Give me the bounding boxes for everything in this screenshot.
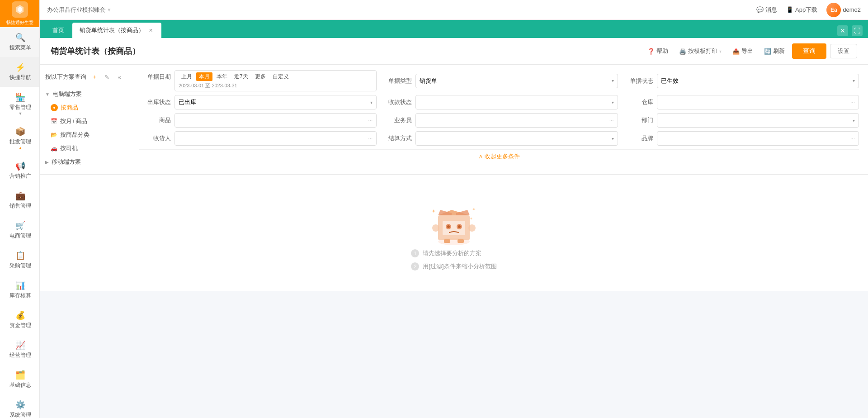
refresh-button[interactable]: 🔄 刷新 (760, 44, 788, 58)
svg-rect-7 (444, 239, 450, 243)
date-filter-input[interactable]: 上月 本月 本年 近7天 更多 自定义 2023-03-01 至 2023-03… (175, 70, 377, 91)
svg-rect-2 (443, 221, 465, 235)
print-icon: 🖨️ (679, 48, 686, 55)
sidebar-item-system[interactable]: ⚙️ 系统管理 (0, 394, 39, 418)
avatar: Ea (826, 3, 841, 17)
sidebar-item-wholesale[interactable]: 📦 批发管理 ▲ (0, 121, 39, 156)
sidebar-item-search[interactable]: 🔍 搜索菜单 (0, 27, 39, 57)
warehouse-input[interactable]: ··· (657, 95, 859, 109)
svg-point-6 (458, 225, 461, 228)
settings-button[interactable]: 设置 (830, 44, 857, 58)
date-tab-more[interactable]: 更多 (252, 72, 269, 81)
receiver-label: 收货人 (139, 134, 171, 142)
doctype-label: 单据类型 (380, 77, 412, 85)
brand-input[interactable]: ··· (657, 131, 859, 146)
receiver-input[interactable]: ··· (175, 131, 377, 146)
tree-pc-section[interactable]: ▼ 电脑端方案 (40, 87, 130, 101)
sidebar-item-ecommerce[interactable]: 🛒 电商管理 (0, 215, 39, 245)
date-tab-thisyear[interactable]: 本年 (214, 72, 230, 81)
sidebar-item-basics[interactable]: 🗂️ 基础信息 (0, 365, 39, 394)
doctype-value: 销货单 (420, 77, 611, 85)
tree-expand-arrow: ▼ (45, 92, 50, 97)
breadcrumb-text: 办公用品行业模拟账套 (47, 6, 106, 14)
tree-item-month-product[interactable]: 📅 按月+商品 (40, 114, 130, 128)
tree-dot-icon: ● (51, 104, 58, 111)
tip-1-text: 请先选择要分析的方案 (423, 247, 481, 260)
tree-item-by-product[interactable]: ● 按商品 (40, 101, 130, 114)
receiptstatus-input[interactable]: ▾ (415, 95, 618, 109)
refresh-icon: 🔄 (764, 48, 771, 55)
date-tab-lastmonth[interactable]: 上月 (179, 72, 195, 81)
date-tab-7days[interactable]: 近7天 (231, 72, 251, 81)
sidebar-item-inventory[interactable]: 📊 库存核算 (0, 275, 39, 305)
date-range: 2023-03-01 至 2023-03-31 (179, 82, 373, 89)
finance-icon: 💰 (15, 310, 25, 320)
empty-tip-1: 1 请先选择要分析的方案 (411, 247, 496, 260)
tree-item-driver[interactable]: 🚗 按司机 (40, 142, 130, 155)
tab-close-button[interactable]: ✕ (147, 27, 154, 34)
date-tab-custom[interactable]: 自定义 (270, 72, 292, 81)
svg-rect-8 (458, 239, 464, 243)
sidebar-item-retail[interactable]: 🏪 零售管理 ▼ (0, 87, 39, 121)
query-button[interactable]: 查询 (792, 43, 826, 59)
wholesale-expand-icon: ▲ (19, 146, 23, 150)
app-download-action[interactable]: 📱 App下载 (786, 6, 817, 14)
docstatus-label: 单据状态 (622, 77, 653, 85)
sidebar-item-sales[interactable]: 💼 销售管理 (0, 185, 39, 215)
wholesale-icon: 📦 (15, 127, 25, 137)
sidebar-item-quicknav[interactable]: ⚡ 快捷导航 (0, 57, 39, 87)
date-tab-thismonth[interactable]: 本月 (196, 72, 212, 81)
avatar-initials: Ea (830, 7, 837, 13)
docstatus-input[interactable]: 已生效 ▾ (657, 74, 859, 88)
tab-home[interactable]: 首页 (45, 23, 71, 38)
payment-input[interactable]: ▾ (415, 131, 618, 146)
brand-dots: ··· (850, 135, 855, 142)
sidebar-item-purchase[interactable]: 📋 采购管理 (0, 245, 39, 275)
user-action[interactable]: Ea demo2 (826, 3, 861, 17)
help-button[interactable]: ❓ 帮助 (644, 44, 672, 58)
filter-doctype-cell: 单据类型 销货单 ▾ (380, 70, 618, 91)
dept-input[interactable]: ▾ (657, 113, 859, 128)
collapse-panel-button[interactable]: « (114, 72, 124, 82)
docstatus-arrow: ▾ (853, 78, 855, 83)
goods-input[interactable]: ··· (175, 113, 377, 128)
tree-item-product-cat[interactable]: 📂 按商品分类 (40, 128, 130, 142)
edit-scheme-button[interactable]: ✎ (102, 72, 112, 82)
tree-mobile-arrow: ▶ (45, 160, 49, 165)
tab-sales-report[interactable]: 销货单统计表（按商品） ✕ (72, 23, 161, 38)
tab-expand-button[interactable]: ⛶ (852, 25, 863, 36)
docstatus-value: 已生效 (661, 77, 853, 85)
content-area: 销货单统计表（按商品） ❓ 帮助 🖨️ 按模板打印 ▾ 📤 导出 🔄 刷新 (40, 38, 868, 418)
outstatus-input[interactable]: 已出库 ▾ (175, 95, 377, 109)
sidebar-item-operations[interactable]: 📈 经营管理 (0, 335, 39, 365)
filter-goods-cell: 商品 ··· (139, 113, 377, 128)
doctype-input[interactable]: 销货单 ▾ (415, 74, 618, 88)
add-scheme-button[interactable]: ＋ (89, 72, 99, 82)
filter-receiptstatus-cell: 收款状态 ▾ (380, 95, 618, 109)
sidebar-item-marketing[interactable]: 📢 营销推广 (0, 156, 39, 185)
tab-close-all-button[interactable]: ✕ (837, 25, 848, 36)
brand-label: 品牌 (622, 134, 653, 142)
sidebar-item-finance[interactable]: 💰 资金管理 (0, 305, 39, 335)
svg-text:✦: ✦ (431, 208, 436, 214)
message-action[interactable]: 💬 消息 (756, 6, 777, 14)
payment-arrow: ▾ (612, 136, 614, 141)
print-arrow-icon: ▾ (719, 49, 722, 54)
topbar-actions: 💬 消息 📱 App下载 Ea demo2 (756, 3, 861, 17)
retail-expand-icon: ▼ (19, 111, 23, 116)
dept-arrow: ▾ (853, 118, 855, 123)
tree-item-product-cat-label: 按商品分类 (60, 131, 90, 139)
print-button[interactable]: 🖨️ 按模板打印 ▾ (675, 44, 725, 58)
user-name: demo2 (843, 6, 861, 13)
message-icon: 💬 (756, 6, 764, 13)
tree-icon-month: 📅 (51, 118, 57, 124)
sidebar-sales-label: 销售管理 (9, 202, 31, 210)
export-button[interactable]: 📤 导出 (729, 44, 757, 58)
filter-date-cell: 单据日期 上月 本月 本年 近7天 更多 自定义 2023-03-01 至 20… (139, 70, 377, 91)
collapse-button[interactable]: ∧ 收起更多条件 (139, 149, 859, 163)
tip-num-1: 1 (411, 249, 419, 257)
sidebar-ecommerce-label: 电商管理 (9, 232, 31, 240)
tree-mobile-section[interactable]: ▶ 移动端方案 (40, 155, 130, 169)
salesman-input[interactable]: ··· (415, 113, 618, 128)
tree-item-product-label: 按商品 (61, 104, 78, 112)
